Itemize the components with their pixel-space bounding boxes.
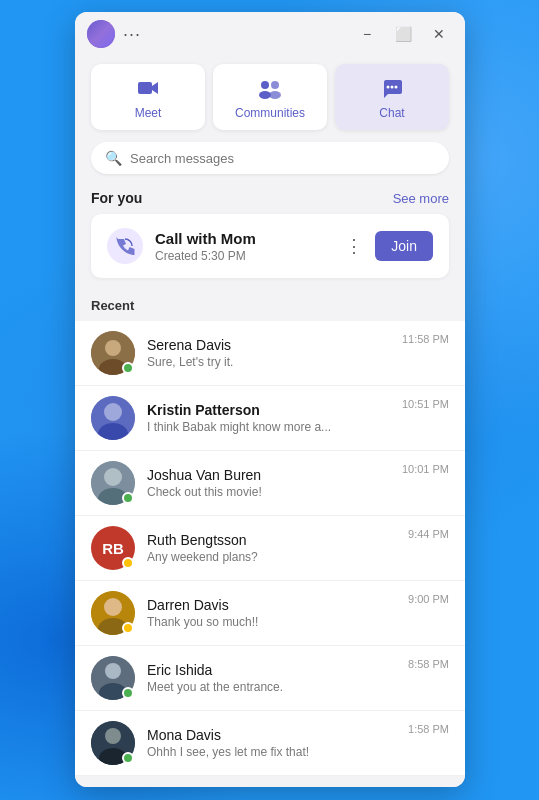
call-icon (107, 228, 143, 264)
chat-preview-mona: Ohhh I see, yes let me fix that! (147, 745, 396, 759)
chat-item-ruth[interactable]: RB Ruth Bengtsson Any weekend plans? 9:4… (75, 516, 465, 581)
svg-point-1 (261, 81, 269, 89)
chat-name-mona: Mona Davis (147, 727, 396, 743)
status-dot-joshua (122, 492, 134, 504)
chat-info-mona: Mona Davis Ohhh I see, yes let me fix th… (147, 727, 396, 759)
search-input[interactable] (130, 151, 435, 166)
call-subtitle: Created 5:30 PM (155, 249, 329, 263)
svg-point-5 (387, 86, 390, 89)
avatar-wrap-ruth: RB (91, 526, 135, 570)
chat-info-ruth: Ruth Bengtsson Any weekend plans? (147, 532, 396, 564)
avatar-wrap-darren (91, 591, 135, 635)
svg-point-4 (269, 91, 281, 99)
avatar-wrap-eric (91, 656, 135, 700)
title-bar-left: ··· (87, 20, 141, 48)
chat-preview-eric: Meet you at the entrance. (147, 680, 396, 694)
maximize-button[interactable]: ⬜ (389, 20, 417, 48)
call-title: Call with Mom (155, 230, 329, 247)
chat-preview-darren: Thank you so much!! (147, 615, 396, 629)
content-area: For you See more Call with Mom Created 5… (75, 186, 465, 787)
status-dot-darren (122, 622, 134, 634)
status-dot-ruth (122, 557, 134, 569)
nav-tabs: Meet Communities (75, 56, 465, 142)
chat-time-darren: 9:00 PM (408, 591, 449, 605)
call-more-button[interactable]: ⋮ (341, 233, 367, 259)
tab-chat[interactable]: Chat (335, 64, 449, 130)
chat-name-eric: Eric Ishida (147, 662, 396, 678)
chat-time-kristin: 10:51 PM (402, 396, 449, 410)
avatar-kristin (91, 396, 135, 440)
chat-time-mona: 1:58 PM (408, 721, 449, 735)
status-dot-serena (122, 362, 134, 374)
svg-rect-0 (138, 82, 152, 94)
chat-info-darren: Darren Davis Thank you so much!! (147, 597, 396, 629)
call-card[interactable]: Call with Mom Created 5:30 PM ⋮ Join (91, 214, 449, 278)
recent-label: Recent (75, 294, 465, 321)
chat-icon (378, 74, 406, 102)
chat-name-kristin: Kristin Patterson (147, 402, 390, 418)
chat-time-ruth: 9:44 PM (408, 526, 449, 540)
chat-name-ruth: Ruth Bengtsson (147, 532, 396, 548)
status-dot-eric (122, 687, 134, 699)
call-actions: ⋮ Join (341, 231, 433, 261)
tab-communities[interactable]: Communities (213, 64, 327, 130)
chat-time-joshua: 10:01 PM (402, 461, 449, 475)
chat-preview-ruth: Any weekend plans? (147, 550, 396, 564)
chat-name-darren: Darren Davis (147, 597, 396, 613)
search-bar: 🔍 (91, 142, 449, 174)
chat-time-serena: 11:58 PM (402, 331, 449, 345)
svg-point-9 (105, 340, 121, 356)
chat-info-kristin: Kristin Patterson I think Babak might kn… (147, 402, 390, 434)
chat-item-kristin[interactable]: Kristin Patterson I think Babak might kn… (75, 386, 465, 451)
chat-name-serena: Serena Davis (147, 337, 390, 353)
svg-point-21 (105, 663, 121, 679)
chat-info-joshua: Joshua Van Buren Check out this movie! (147, 467, 390, 499)
chat-item-joshua[interactable]: Joshua Van Buren Check out this movie! 1… (75, 451, 465, 516)
chat-list: Serena Davis Sure, Let's try it. 11:58 P… (75, 321, 465, 776)
chat-preview-joshua: Check out this movie! (147, 485, 390, 499)
for-you-title: For you (91, 190, 142, 206)
call-info: Call with Mom Created 5:30 PM (155, 230, 329, 263)
for-you-header: For you See more (75, 186, 465, 214)
join-button[interactable]: Join (375, 231, 433, 261)
meet-icon (134, 74, 162, 102)
tab-meet-label: Meet (135, 106, 162, 120)
chat-item-mona[interactable]: Mona Davis Ohhh I see, yes let me fix th… (75, 711, 465, 776)
svg-point-7 (395, 86, 398, 89)
avatar-wrap-kristin (91, 396, 135, 440)
close-button[interactable]: ✕ (425, 20, 453, 48)
chat-info-serena: Serena Davis Sure, Let's try it. (147, 337, 390, 369)
chat-item-darren[interactable]: Darren Davis Thank you so much!! 9:00 PM (75, 581, 465, 646)
chat-name-joshua: Joshua Van Buren (147, 467, 390, 483)
communities-icon (256, 74, 284, 102)
chat-item-eric[interactable]: Eric Ishida Meet you at the entrance. 8:… (75, 646, 465, 711)
chat-preview-kristin: I think Babak might know more a... (147, 420, 390, 434)
minimize-button[interactable]: − (353, 20, 381, 48)
svg-point-18 (104, 598, 122, 616)
svg-point-2 (271, 81, 279, 89)
window-controls: − ⬜ ✕ (353, 20, 453, 48)
see-more-link[interactable]: See more (393, 191, 449, 206)
status-dot-mona (122, 752, 134, 764)
avatar (87, 20, 115, 48)
title-bar: ··· − ⬜ ✕ (75, 12, 465, 56)
svg-point-15 (104, 468, 122, 486)
svg-point-24 (105, 728, 121, 744)
tab-communities-label: Communities (235, 106, 305, 120)
avatar-wrap-joshua (91, 461, 135, 505)
svg-point-6 (391, 86, 394, 89)
chat-info-eric: Eric Ishida Meet you at the entrance. (147, 662, 396, 694)
more-options-button[interactable]: ··· (123, 24, 141, 45)
chat-preview-serena: Sure, Let's try it. (147, 355, 390, 369)
tab-chat-label: Chat (379, 106, 404, 120)
svg-point-12 (104, 403, 122, 421)
tab-meet[interactable]: Meet (91, 64, 205, 130)
chat-item-serena[interactable]: Serena Davis Sure, Let's try it. 11:58 P… (75, 321, 465, 386)
avatar-wrap-serena (91, 331, 135, 375)
avatar-wrap-mona (91, 721, 135, 765)
app-window: ··· − ⬜ ✕ Meet (75, 12, 465, 787)
search-icon: 🔍 (105, 150, 122, 166)
chat-time-eric: 8:58 PM (408, 656, 449, 670)
